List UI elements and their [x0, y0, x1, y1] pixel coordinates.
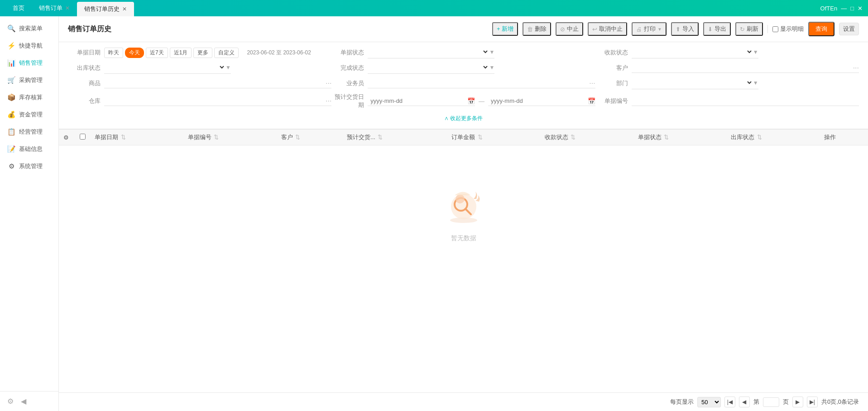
- goods-dots-icon[interactable]: ···: [326, 79, 331, 87]
- th-customer[interactable]: 客户 ⇅: [277, 130, 342, 145]
- order-status-label: 单据状态: [331, 48, 368, 57]
- th-out-status[interactable]: 出库状态 ⇅: [726, 130, 820, 145]
- order-no-input[interactable]: [632, 96, 859, 106]
- sidebar-item-system[interactable]: ⚙ 系统管理: [0, 158, 58, 175]
- page-title-row: 销售订单历史 + 新增 🗑 删除 ⊘ 中止 ↩ 取消中止: [68, 22, 859, 36]
- out-status-select-wrapper: ▼: [104, 62, 231, 74]
- date-btn-more[interactable]: 更多: [193, 48, 212, 58]
- sidebar-item-finance[interactable]: 💰 资金管理: [0, 106, 58, 123]
- show-detail-checkbox-label[interactable]: 显示明细: [772, 25, 804, 33]
- select-all-checkbox[interactable]: [80, 134, 86, 140]
- dept-chevron-icon: ▼: [753, 80, 758, 86]
- filter-salesperson-section: 业务员 ···: [331, 78, 595, 88]
- expected-date-to-calendar-icon[interactable]: 📅: [588, 97, 595, 105]
- page-size-select[interactable]: 10 20 50 100: [697, 397, 721, 407]
- complete-status-select[interactable]: [368, 62, 489, 73]
- table-body: 暂无数据: [59, 145, 868, 279]
- page-title: 销售订单历史: [68, 24, 111, 34]
- goods-input[interactable]: [104, 78, 324, 88]
- th-receipt-status[interactable]: 收款状态 ⇅: [540, 130, 633, 145]
- th-gear[interactable]: ⚙: [59, 130, 75, 145]
- date-btn-custom[interactable]: 自定义: [214, 48, 239, 58]
- import-button[interactable]: ⬆ 导入: [671, 22, 699, 36]
- filter-row-1: 单据日期 昨天 今天 近7天 近1月 更多 自定义 2023-06-02 至 2…: [68, 47, 859, 58]
- refresh-button[interactable]: ↻ 刷新: [735, 22, 763, 36]
- content-area: 销售订单历史 + 新增 🗑 删除 ⊘ 中止 ↩ 取消中止: [59, 16, 868, 411]
- dept-select[interactable]: [632, 77, 753, 88]
- sidebar-item-sales[interactable]: 📊 销售管理: [0, 54, 58, 72]
- sidebar-item-operations[interactable]: 📋 经营管理: [0, 123, 58, 140]
- tab-sales-order-history-label: 销售订单历史: [84, 5, 120, 13]
- sales-icon: 📊: [7, 59, 15, 67]
- sidebar-item-purchase[interactable]: 🛒 采购管理: [0, 72, 58, 89]
- often-text: OfTEn: [820, 5, 838, 12]
- search-menu-icon: 🔍: [7, 24, 15, 33]
- tab-sales-order-history[interactable]: 销售订单历史 ✕: [77, 2, 134, 16]
- order-status-select[interactable]: [368, 47, 489, 57]
- window-close-btn[interactable]: ✕: [858, 5, 863, 12]
- sidebar-item-quick-nav[interactable]: ⚡ 快捷导航: [0, 37, 58, 54]
- finance-icon: 💰: [7, 111, 15, 119]
- export-button[interactable]: ⬇ 导出: [703, 22, 731, 36]
- empty-state: 暂无数据: [59, 145, 868, 279]
- tab-sales-order-history-close[interactable]: ✕: [122, 6, 127, 12]
- new-button[interactable]: + 新增: [492, 22, 518, 36]
- date-btn-today[interactable]: 今天: [125, 48, 144, 58]
- cancel-stop-button[interactable]: ↩ 取消中止: [588, 22, 627, 36]
- prev-page-btn[interactable]: ◀: [739, 396, 750, 407]
- empty-text: 暂无数据: [451, 234, 476, 242]
- sidebar: 🔍 搜索菜单 ⚡ 快捷导航 📊 销售管理 🛒 采购管理 📦 库存核算 💰 资金管…: [0, 16, 59, 411]
- receipt-status-select[interactable]: [632, 47, 753, 57]
- salesperson-input[interactable]: [368, 78, 587, 88]
- show-detail-checkbox[interactable]: [772, 26, 778, 32]
- query-button[interactable]: 查询: [808, 22, 834, 36]
- th-no[interactable]: 单据编号 ⇅: [183, 130, 277, 145]
- salesperson-dots-icon[interactable]: ···: [589, 79, 595, 87]
- sidebar-item-search-menu[interactable]: 🔍 搜索菜单: [0, 20, 58, 37]
- tab-home[interactable]: 首页: [5, 0, 32, 16]
- window-expand-btn[interactable]: □: [850, 5, 854, 12]
- th-expected[interactable]: 预计交货... ⇅: [342, 130, 447, 145]
- sidebar-item-search-menu-label: 搜索菜单: [19, 24, 43, 33]
- filter-row-2: 出库状态 ▼ 完成状态 ▼ 客户: [68, 62, 859, 74]
- tab-sales-order[interactable]: 销售订单 ✕: [32, 0, 77, 16]
- th-order-status[interactable]: 单据状态 ⇅: [633, 130, 727, 145]
- last-page-btn[interactable]: ▶|: [807, 396, 818, 407]
- customer-input[interactable]: [632, 63, 851, 73]
- expected-date-to-input[interactable]: [488, 96, 588, 106]
- order-status-select-wrapper: ▼: [368, 47, 494, 58]
- sort-expected-icon: ⇅: [378, 134, 383, 140]
- sort-order-status-icon: ⇅: [664, 134, 669, 140]
- stop-button[interactable]: ⊘ 中止: [556, 22, 583, 36]
- stop-icon: ⊘: [560, 26, 565, 33]
- date-btn-7days[interactable]: 近7天: [146, 48, 168, 58]
- settings-btn[interactable]: 设置: [839, 23, 859, 35]
- print-button[interactable]: 🖨 打印 ▼: [632, 22, 667, 36]
- sidebar-collapse-icon[interactable]: ◀: [21, 397, 26, 406]
- sidebar-item-base-info[interactable]: 📝 基础信息: [0, 140, 58, 158]
- delete-button[interactable]: 🗑 删除: [523, 22, 551, 36]
- warehouse-input[interactable]: [104, 96, 324, 106]
- th-date[interactable]: 单据日期 ⇅: [90, 130, 183, 145]
- next-page-btn[interactable]: ▶: [792, 396, 803, 407]
- expected-date-from-calendar-icon[interactable]: 📅: [467, 97, 475, 105]
- out-status-select[interactable]: [104, 62, 225, 73]
- window-minimize-btn[interactable]: —: [841, 5, 847, 12]
- sidebar-item-inventory[interactable]: 📦 库存核算: [0, 89, 58, 106]
- export-icon: ⬇: [708, 26, 713, 33]
- sidebar-settings-icon[interactable]: ⚙: [7, 397, 14, 406]
- date-btn-yesterday[interactable]: 昨天: [104, 48, 123, 58]
- collapse-bar[interactable]: ∧ 收起更多条件: [68, 113, 859, 124]
- th-amount[interactable]: 订单金额 ⇅: [447, 130, 540, 145]
- tab-home-label: 首页: [13, 4, 24, 12]
- tab-sales-order-close[interactable]: ✕: [65, 5, 70, 11]
- expected-date-from-input[interactable]: [368, 96, 467, 106]
- date-btn-1month[interactable]: 近1月: [170, 48, 192, 58]
- th-check[interactable]: [75, 130, 90, 145]
- first-page-btn[interactable]: |◀: [724, 396, 735, 407]
- jump-label: 第: [753, 398, 759, 406]
- complete-status-select-wrapper: ▼: [368, 62, 494, 74]
- page-number-input[interactable]: 1: [763, 397, 779, 407]
- customer-dots-icon[interactable]: ···: [853, 64, 859, 72]
- warehouse-dots-icon[interactable]: ···: [326, 97, 331, 105]
